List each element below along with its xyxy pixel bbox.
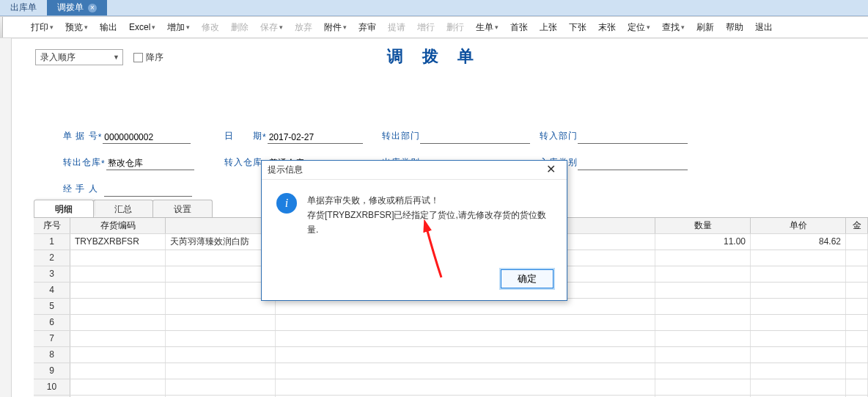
cell-qty (655, 299, 751, 314)
toolbar-edit-button: 修改 (196, 17, 225, 37)
toolbar-last-button[interactable]: 末张 (592, 17, 622, 37)
table-row[interactable]: 9 (34, 363, 868, 379)
cell-name (166, 331, 276, 346)
toolbar-first-button[interactable]: 首张 (504, 17, 534, 37)
cell-qty (655, 347, 751, 363)
table-row[interactable]: 6 (34, 315, 868, 331)
close-icon[interactable]: × (88, 4, 97, 12)
tab-detail[interactable]: 明细 (34, 200, 94, 217)
col-header-code: 存货编码 (70, 218, 166, 233)
info-icon: i (276, 193, 297, 214)
out-wh-input[interactable] (106, 157, 194, 170)
chevron-down-icon: ▾ (647, 23, 650, 31)
toolbar-label: 帮助 (726, 21, 743, 34)
date-input[interactable] (268, 131, 363, 144)
dialog-close-button[interactable]: ✕ (540, 163, 561, 178)
tab-summary[interactable]: 汇总 (93, 200, 153, 217)
table-row[interactable]: 10 (34, 379, 868, 396)
toolbar-delrow-button: 删行 (441, 17, 470, 37)
cell-amt (846, 363, 868, 379)
toolbar-label: 刷新 (696, 21, 714, 34)
dialog-message-line2: 存货[TRYBZXRBFSR]已经指定了货位,请先修改存货的货位数量. (307, 208, 552, 237)
tab-settings[interactable]: 设置 (152, 200, 213, 217)
cell-code (70, 363, 166, 379)
cell-code: TRYBZXRBFSR (70, 234, 166, 250)
toolbar-label: 删除 (231, 21, 249, 34)
toolbar-preview-button[interactable]: 预览▾ (59, 17, 94, 37)
cell-qty: 11.00 (655, 234, 751, 250)
toolbar-label: 保存 (260, 21, 278, 34)
in-dept-input[interactable] (578, 131, 688, 144)
toolbar-attach-button[interactable]: 附件▾ (318, 17, 353, 37)
doc-no-input[interactable] (103, 131, 191, 144)
chevron-down-icon: ▾ (84, 23, 88, 31)
required-star: * (262, 132, 268, 144)
out-dept-input[interactable] (420, 131, 530, 144)
toolbar-refresh-button[interactable]: 刷新 (691, 17, 720, 37)
out-dept-label: 转出部门 (382, 130, 420, 144)
cell-code (70, 331, 166, 346)
cell-amt (846, 234, 868, 250)
table-row[interactable]: 7 (34, 331, 868, 347)
dialog-titlebar[interactable]: 提示信息 ✕ (262, 161, 567, 180)
document-tab-outbound[interactable]: 出库单 (0, 0, 47, 15)
document-tab-transfer[interactable]: 调拨单 × (47, 0, 107, 15)
toolbar-print-button[interactable]: 打印▾ (25, 17, 59, 37)
sort-order-combo[interactable]: 录入顺序 ▼ (35, 49, 123, 65)
in-type-input[interactable] (578, 157, 688, 170)
toolbar-gen-button[interactable]: 生单▾ (470, 17, 504, 37)
cell-gap (276, 331, 655, 346)
cell-no: 5 (34, 299, 70, 314)
detail-tab-bar: 明细 汇总 设置 (34, 200, 212, 217)
cell-gap (276, 315, 655, 330)
cell-code (70, 266, 166, 282)
col-header-name (166, 218, 276, 233)
col-header-amt: 金 (846, 218, 868, 233)
toolbar-addrow-button: 增行 (411, 17, 441, 37)
cell-gap (276, 379, 655, 395)
cell-no: 4 (34, 283, 70, 298)
cell-price (751, 379, 846, 395)
toolbar-unaudit-button[interactable]: 弃审 (353, 17, 382, 37)
cell-gap (276, 299, 655, 314)
cell-qty (655, 250, 751, 266)
order-bar: 录入顺序 ▼ 降序 (12, 38, 868, 70)
toolbar-label: 生单 (476, 21, 493, 34)
toolbar-help-button[interactable]: 帮助 (720, 17, 749, 37)
toolbar-label: 删行 (446, 21, 464, 34)
col-header-qty: 数量 (655, 218, 751, 233)
toolbar-label: 提请 (388, 21, 405, 34)
toolbar-add-button[interactable]: 增加▾ (161, 17, 196, 37)
toolbar-prev-button[interactable]: 上张 (534, 17, 563, 37)
table-row[interactable]: 5 (34, 299, 868, 315)
cell-qty (655, 315, 751, 330)
cell-price (751, 299, 846, 314)
toolbar-locate-button[interactable]: 定位▾ (622, 17, 656, 37)
toolbar-find-button[interactable]: 查找▾ (656, 17, 691, 37)
toolbar-output-button[interactable]: 输出 (94, 17, 123, 37)
date-label: 日 期 (224, 130, 262, 144)
dialog-message: 单据弃审失败，修改或稍后再试！ 存货[TRYBZXRBFSR]已经指定了货位,请… (307, 193, 552, 253)
cell-amt (846, 315, 868, 330)
chevron-down-icon: ▾ (279, 23, 283, 31)
cell-code (70, 250, 166, 266)
cell-amt (846, 250, 868, 266)
toolbar-label: 输出 (100, 21, 117, 34)
toolbar-exit-button[interactable]: 退出 (749, 17, 779, 37)
required-star: * (101, 159, 106, 170)
cell-price: 84.62 (751, 234, 846, 250)
dialog-ok-button[interactable]: 确定 (501, 269, 553, 288)
descending-checkbox[interactable]: 降序 (133, 51, 163, 64)
handler-input[interactable] (104, 183, 192, 197)
cell-qty (655, 283, 751, 298)
table-row[interactable]: 8 (34, 347, 868, 363)
toolbar-submit-button: 提请 (382, 17, 411, 37)
toolbar-next-button[interactable]: 下张 (563, 17, 592, 37)
checkbox-label: 降序 (146, 52, 163, 62)
toolbar-label: 附件 (324, 21, 342, 34)
dialog-title: 提示信息 (268, 164, 303, 176)
toolbar-excel-button[interactable]: Excel▾ (123, 17, 161, 37)
cell-code (70, 379, 166, 395)
cell-amt (846, 299, 868, 314)
chevron-down-icon: ▾ (343, 23, 347, 31)
